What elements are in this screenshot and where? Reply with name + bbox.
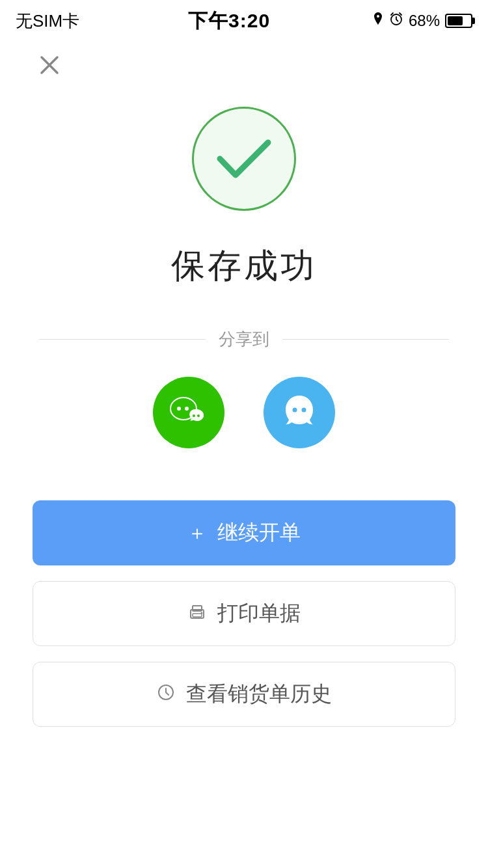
svg-point-2 [177, 407, 181, 411]
battery-fill [448, 16, 463, 25]
main-content: 保存成功 分享到 [0, 42, 488, 727]
history-button[interactable]: 查看销货单历史 [33, 662, 455, 727]
svg-point-5 [197, 414, 200, 417]
share-section: 分享到 [0, 328, 488, 448]
status-carrier: 无SIM卡 [16, 10, 86, 33]
wechat-icon [168, 394, 210, 431]
divider-right [282, 339, 449, 340]
close-button[interactable] [34, 49, 65, 81]
plus-icon: ＋ [187, 520, 207, 547]
status-right: 68% [372, 12, 472, 30]
wechat-share-button[interactable] [153, 377, 224, 448]
success-icon-circle [192, 107, 296, 211]
clock-icon [156, 683, 176, 707]
divider-row: 分享到 [39, 328, 449, 351]
location-icon [372, 12, 384, 30]
share-label: 分享到 [219, 328, 269, 351]
print-label: 打印单据 [217, 599, 301, 628]
battery-icon [445, 14, 472, 28]
status-bar: 无SIM卡 下午3:20 68% [0, 0, 488, 42]
battery-percentage: 68% [409, 12, 440, 30]
svg-point-6 [293, 408, 297, 413]
checkmark-icon [215, 136, 273, 182]
svg-rect-10 [193, 614, 202, 617]
actions-section: ＋ 继续开单 打印单据 查看销货单历史 [0, 500, 488, 727]
carrier-text: 无SIM卡 [16, 10, 79, 33]
history-label: 查看销货单历史 [186, 680, 332, 709]
alarm-icon [389, 12, 403, 30]
status-time: 下午3:20 [188, 8, 270, 34]
svg-point-11 [201, 612, 203, 614]
continue-button[interactable]: ＋ 继续开单 [33, 500, 455, 565]
svg-point-4 [193, 414, 195, 417]
qq-icon [279, 390, 319, 435]
print-button[interactable]: 打印单据 [33, 581, 455, 646]
share-icons-row [39, 377, 449, 448]
divider-left [39, 339, 206, 340]
qq-share-button[interactable] [264, 377, 335, 448]
svg-point-3 [185, 407, 189, 411]
success-title: 保存成功 [171, 243, 317, 289]
continue-label: 继续开单 [217, 519, 301, 547]
printer-icon [187, 602, 207, 626]
svg-point-7 [302, 408, 306, 413]
